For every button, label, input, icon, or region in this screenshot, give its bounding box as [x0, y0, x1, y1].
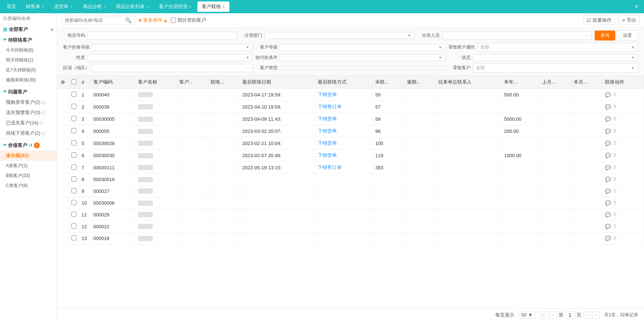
row-checkbox-6[interactable]	[71, 165, 77, 170]
sidebar-item-class-b[interactable]: B类客户(33)	[0, 171, 57, 181]
nature-select[interactable]: ▼	[87, 54, 253, 61]
sidebar-item-class-a[interactable]: A类客户(1)	[0, 161, 57, 171]
tab-product-analysis-list[interactable]: 商品分析列表 ×	[112, 1, 153, 12]
retail-attr-select[interactable]: 全部 ▼	[477, 43, 638, 52]
tab-customer-tier[interactable]: 客户分层经营 ×	[155, 1, 196, 12]
last-method-link-3[interactable]: 下销货单	[318, 128, 337, 134]
tab-purchase[interactable]: 进货单 ×	[50, 1, 77, 12]
row-checkbox-3[interactable]	[71, 128, 77, 133]
row-checkbox-5[interactable]	[71, 152, 77, 158]
sidebar-item-7days[interactable]: 近7天待联络(0)	[0, 65, 57, 75]
action-chat-icon-9[interactable]: 💬	[605, 200, 611, 206]
action-grid-icon-5[interactable]: ⠿	[613, 153, 617, 158]
tab-sales[interactable]: 销售单 ×	[21, 1, 48, 12]
action-grid-icon-3[interactable]: ⠿	[613, 128, 617, 134]
region-more-icon[interactable]: ···	[246, 66, 249, 71]
row-checkbox-12[interactable]	[71, 235, 77, 240]
action-grid-icon-9[interactable]: ⠿	[613, 200, 617, 206]
pay-terms-select[interactable]: ▼	[280, 54, 445, 61]
col-last-date[interactable]: 最后联络日期	[240, 76, 316, 89]
action-chat-icon-6[interactable]: 💬	[605, 165, 611, 170]
per-page-select[interactable]: 50 ▼	[519, 311, 535, 319]
action-chat-icon-7[interactable]: 💬	[605, 177, 611, 182]
last-page-button[interactable]: >	[592, 311, 600, 319]
pending-contact-section[interactable]: 待联络客户	[0, 35, 57, 45]
action-chat-icon-11[interactable]: 💬	[605, 224, 611, 229]
price-level-select[interactable]: ▼	[92, 44, 253, 51]
tab-sales-close[interactable]: ×	[42, 4, 44, 9]
sidebar-item-churn-warning[interactable]: 流失预警客户(3) ⓘ	[0, 107, 57, 118]
refresh-icon[interactable]: ↺	[29, 143, 32, 148]
action-chat-icon-0[interactable]: 💬	[605, 92, 611, 98]
tab-customer-tier-close[interactable]: ×	[189, 4, 191, 9]
problem-customers-section[interactable]: 问题客户	[0, 87, 57, 97]
sidebar-collapse-icon[interactable]: «	[50, 26, 54, 33]
last-method-link-1[interactable]: 下销售订单	[318, 104, 342, 109]
window-close-button[interactable]: ×	[632, 3, 641, 10]
row-checkbox-10[interactable]	[71, 212, 77, 217]
tab-purchase-close[interactable]: ×	[70, 4, 72, 9]
action-chat-icon-8[interactable]: 💬	[605, 188, 611, 194]
retail-select[interactable]: 全部 ▼	[473, 63, 638, 73]
customer-type-select[interactable]	[280, 67, 445, 70]
action-grid-icon-12[interactable]: ⠿	[613, 236, 617, 241]
customer-level-select[interactable]: ▼	[280, 44, 445, 51]
main-search-input[interactable]	[65, 18, 124, 23]
col-name[interactable]: 客户名称	[136, 76, 177, 89]
action-grid-icon-1[interactable]: ⠿	[613, 104, 617, 110]
row-checkbox-1[interactable]	[71, 104, 77, 109]
action-chat-icon-5[interactable]: 💬	[605, 153, 611, 158]
more-filters-btn[interactable]: ▼ 更多条件 ▲	[138, 17, 168, 24]
sidebar-item-class-c[interactable]: C类客户(6)	[0, 181, 57, 191]
sidebar-item-churned[interactable]: 已流失客户(24) ⓘ	[0, 118, 57, 128]
col-code[interactable]: 客户编码	[91, 76, 136, 89]
row-checkbox-4[interactable]	[71, 140, 77, 145]
action-grid-icon-11[interactable]: ⠿	[613, 224, 617, 229]
export-btn[interactable]: ↗ 导出	[618, 15, 640, 25]
action-chat-icon-1[interactable]: 💬	[605, 104, 611, 110]
prev-page-button[interactable]: <	[549, 311, 557, 319]
action-chat-icon-2[interactable]: 💬	[605, 116, 611, 122]
row-checkbox-9[interactable]	[71, 200, 77, 205]
action-grid-icon-0[interactable]: ⠿	[613, 92, 617, 98]
sidebar-item-declining[interactable]: 持续下滑客户(2) ⓘ	[0, 128, 57, 138]
row-checkbox-8[interactable]	[71, 188, 77, 193]
dept-select[interactable]: ▼	[264, 32, 414, 39]
last-method-link-0[interactable]: 下销货单	[318, 92, 337, 97]
query-button[interactable]: 查询	[595, 31, 615, 40]
tab-customer-contact-close[interactable]: ×	[222, 4, 225, 9]
action-grid-icon-10[interactable]: ⠿	[613, 212, 617, 218]
phone-input[interactable]	[87, 32, 237, 40]
row-checkbox-7[interactable]	[71, 176, 77, 181]
action-grid-icon-6[interactable]: ⠿	[613, 165, 617, 170]
col-no-contact[interactable]: 未联...	[373, 76, 405, 89]
sidebar-item-stockpile-abnormal[interactable]: 囤购异常客户(2) ⓘ	[0, 97, 57, 107]
action-chat-icon-3[interactable]: 💬	[605, 128, 611, 134]
home-tab[interactable]: 首页	[3, 3, 20, 10]
action-grid-icon-8[interactable]: ⠿	[613, 188, 617, 194]
tab-customer-contact[interactable]: 客户联络 ×	[197, 1, 229, 12]
action-grid-icon-2[interactable]: ⠿	[613, 116, 617, 122]
sidebar-item-tomorrow[interactable]: 明天待联络(1)	[0, 55, 57, 65]
tab-product-analysis-close[interactable]: ×	[103, 4, 106, 9]
action-chat-icon-4[interactable]: 💬	[605, 141, 611, 146]
status-select[interactable]: ▼	[473, 54, 638, 61]
col-gear[interactable]: ⚙	[57, 76, 69, 89]
next-page-button[interactable]: >	[583, 311, 591, 319]
region-select[interactable]: ···	[92, 64, 253, 72]
action-chat-icon-12[interactable]: 💬	[605, 236, 611, 241]
action-grid-icon-4[interactable]: ⠿	[613, 141, 617, 146]
tab-product-analysis[interactable]: 商品分析 ×	[78, 1, 110, 12]
tab-product-analysis-list-close[interactable]: ×	[146, 4, 148, 9]
my-customer-cb[interactable]	[171, 18, 176, 23]
row-checkbox-2[interactable]	[71, 116, 77, 121]
row-checkbox-11[interactable]	[71, 223, 77, 229]
sidebar-item-overdue[interactable]: 逾期未联络(30)	[0, 75, 57, 85]
last-method-link-2[interactable]: 下销货单	[318, 116, 337, 121]
row-checkbox-0[interactable]	[71, 92, 77, 97]
batch-op-btn[interactable]: ☑ 批量操作	[583, 15, 615, 25]
reset-button[interactable]: 设置	[617, 31, 638, 40]
person-select[interactable]: ···	[442, 32, 592, 40]
action-grid-icon-7[interactable]: ⠿	[613, 177, 617, 182]
sidebar-search-input[interactable]	[3, 16, 57, 21]
